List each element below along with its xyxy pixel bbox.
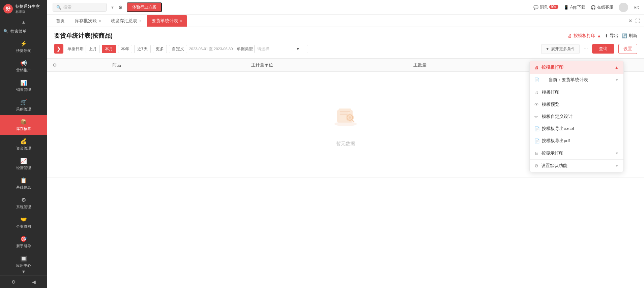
sidebar-item-marketing[interactable]: 📢 营销推广 xyxy=(0,57,47,76)
app-download-icon: 📱 xyxy=(564,5,569,10)
dropdown-header: 🖨 按模板打印 ▲ xyxy=(530,61,623,74)
page-title: 要货单统计表(按商品) xyxy=(54,32,113,40)
dropdown-section-display-print[interactable]: 🖥 按显示打印 ▼ xyxy=(530,147,623,159)
basics-icon: 📋 xyxy=(20,177,27,184)
date-range-display: 2023-06-01 至 2023-06-30 xyxy=(189,46,233,52)
template-preview-item-icon: 👁 xyxy=(534,102,539,107)
template-print-item-icon: 🖨 xyxy=(534,90,539,95)
sidebar-item-cooperation[interactable]: 🤝 企业协同 xyxy=(0,213,47,232)
refresh-button[interactable]: 🔄 刷新 xyxy=(622,33,637,39)
operations-icon: 📈 xyxy=(20,158,27,164)
select-chevron-icon: ▼ xyxy=(296,46,300,51)
template-excel-item-icon: 📄 xyxy=(534,126,540,131)
sidebar-item-basics[interactable]: 📋 基础信息 xyxy=(0,174,47,193)
main-area: 🔍 搜索 ▼ ⚙ 体验行业方案 💬 消息 99+ 📱 App下载 🎧 在线客服 … xyxy=(47,0,644,288)
settings-button[interactable]: 设置 xyxy=(618,44,637,54)
app-download-btn[interactable]: 📱 App下载 xyxy=(564,4,585,10)
date-last-month[interactable]: 上月 xyxy=(86,45,100,53)
close-tab-inventory-batch[interactable]: × xyxy=(99,19,101,23)
close-tab-order-stats[interactable]: × xyxy=(180,19,182,23)
dropdown-current-item[interactable]: 📄 当前：要货单统计表 ▼ xyxy=(530,74,623,86)
set-default-icon: ⚙ xyxy=(534,163,538,168)
sidebar-item-operations[interactable]: 📈 经营管理 xyxy=(0,154,47,174)
sidebar-item-system[interactable]: ⚙ 系统管理 xyxy=(0,193,47,213)
export-icon: ⬆ xyxy=(605,33,608,38)
online-service-btn[interactable]: 🎧 在线客服 xyxy=(591,4,613,10)
inventory-icon: 📦 xyxy=(20,119,27,125)
dropdown-section-display-print-left: 🖥 按显示打印 xyxy=(534,150,563,156)
sidebar-item-sales[interactable]: 📊 销售管理 xyxy=(0,76,47,96)
page-actions: 🖨 按模板打印 ▲ ⬆ 导出 🔄 刷新 xyxy=(568,33,637,39)
sidebar-item-quick-nav[interactable]: ⚡ 快捷导航 xyxy=(0,37,47,57)
dropdown-item-template-custom[interactable]: ✏ 模板自定义设计 xyxy=(530,110,623,123)
dropdown-section-set-default-left: ⚙ 设置默认功能 xyxy=(534,163,567,169)
template-print-dropdown: 🖨 按模板打印 ▲ 📄 当前：要货单统计表 ▼ 🖨 xyxy=(529,61,624,172)
search-icon: 🔍 xyxy=(3,29,8,34)
sidebar-search[interactable]: 🔍 搜索菜单 xyxy=(0,26,47,37)
topbar-gear-icon[interactable]: ⚙ xyxy=(118,5,123,10)
fullscreen-icon[interactable]: ⛶ xyxy=(635,18,640,24)
sidebar-settings-icon[interactable]: ⚙ xyxy=(11,279,16,285)
printer-icon: 🖨 xyxy=(568,33,572,38)
bill-type-select[interactable]: 请选择 ▼ xyxy=(254,45,308,53)
tab-order-stats[interactable]: 要货单统计表 × xyxy=(147,15,187,27)
table-col-settings[interactable]: ⚙ xyxy=(47,59,62,72)
dropdown-print-icon: 🖨 xyxy=(534,65,539,70)
sidebar-item-inventory[interactable]: 📦 库存核算 xyxy=(0,115,47,135)
logo: 好 畅捷通好生意 标准版 xyxy=(0,0,47,18)
tab-inventory-batch[interactable]: 库存批次账 × xyxy=(70,15,106,27)
messages-btn[interactable]: 💬 消息 99+ xyxy=(533,4,558,10)
close-tab-collection-summary[interactable]: × xyxy=(139,19,141,23)
tab-collection-summary[interactable]: 收发存汇总表 × xyxy=(106,15,146,27)
dropdown-item-template-excel[interactable]: 📄 按模板导出excel xyxy=(530,123,623,135)
logo-icon: 好 xyxy=(3,4,13,13)
dropdown-item-template-print[interactable]: 🖨 模板打印 xyxy=(530,86,623,98)
content-area: 要货单统计表(按商品) 🖨 按模板打印 ▲ ⬆ 导出 🔄 刷新 xyxy=(47,27,644,288)
sidebar-collapse-icon[interactable]: ◀ xyxy=(32,279,36,285)
empty-illustration xyxy=(329,102,362,135)
date-custom[interactable]: 自定义 xyxy=(169,45,187,53)
table-col-quantity: 主数量 xyxy=(353,59,486,72)
username: Rit xyxy=(634,5,639,10)
dropdown-section-set-default[interactable]: ⚙ 设置默认功能 ▼ xyxy=(530,159,623,172)
date-this-month[interactable]: 本月 xyxy=(102,45,116,53)
date-last-7-days[interactable]: 近7天 xyxy=(134,45,151,53)
close-all-icon[interactable]: ✕ xyxy=(628,18,633,24)
avatar[interactable] xyxy=(619,3,628,12)
messages-badge: 99+ xyxy=(549,5,558,9)
dropdown-item-template-preview[interactable]: 👁 模板预览 xyxy=(530,98,623,110)
tab-home[interactable]: 首页 xyxy=(51,15,69,27)
date-more[interactable]: 更多 xyxy=(153,45,167,53)
more-options-icon[interactable]: ··· xyxy=(584,46,588,52)
dropdown-current-left: 📄 当前：要货单统计表 xyxy=(542,77,588,83)
expand-more-button[interactable]: ▼ 展开更多条件 xyxy=(541,44,580,54)
current-doc-icon: 📄 xyxy=(534,77,539,82)
table-col-product: 商品 xyxy=(62,59,171,72)
sidebar-item-purchase[interactable]: 🛒 采购管理 xyxy=(0,96,47,115)
tabs-controls: ✕ ⛶ xyxy=(628,18,640,24)
svg-point-9 xyxy=(349,117,351,119)
query-button[interactable]: 查询 xyxy=(592,44,614,54)
dropdown-chevron-up-icon[interactable]: ▲ xyxy=(614,65,619,70)
export-button[interactable]: ⬆ 导出 xyxy=(605,33,618,39)
apps-icon: 🔲 xyxy=(20,255,27,262)
guide-icon: 🎯 xyxy=(20,236,27,242)
sidebar-item-finance[interactable]: 💰 资金管理 xyxy=(0,135,47,154)
topbar-search-box[interactable]: 🔍 搜索 xyxy=(53,3,107,12)
date-this-year[interactable]: 本年 xyxy=(118,45,132,53)
sidebar-scroll-down[interactable]: ▼ xyxy=(0,268,47,276)
trial-button[interactable]: 体验行业方案 xyxy=(127,2,162,12)
headset-icon: 🎧 xyxy=(591,5,596,10)
display-print-chevron: ▼ xyxy=(615,151,619,155)
sidebar-item-apps[interactable]: 🔲 应用中心 xyxy=(0,252,47,268)
sidebar-scroll-up[interactable]: ▲ xyxy=(0,18,47,26)
dropdown-item-template-pdf[interactable]: 📄 按模板导出pdf xyxy=(530,135,623,147)
column-settings-icon[interactable]: ⚙ xyxy=(53,62,57,68)
template-print-button[interactable]: 🖨 按模板打印 ▲ xyxy=(568,33,601,39)
template-pdf-item-icon: 📄 xyxy=(534,138,540,143)
topbar-chevron-icon[interactable]: ▼ xyxy=(111,5,114,9)
filter-bar: ❯ 单据日期 上月 本月 本年 近7天 更多 自定义 2023-06-01 至 … xyxy=(47,40,644,58)
filter-toggle[interactable]: ❯ xyxy=(54,44,63,54)
dropdown-header-right: ▲ xyxy=(614,65,619,70)
sidebar-item-guide[interactable]: 🎯 新手引导 xyxy=(0,232,47,252)
